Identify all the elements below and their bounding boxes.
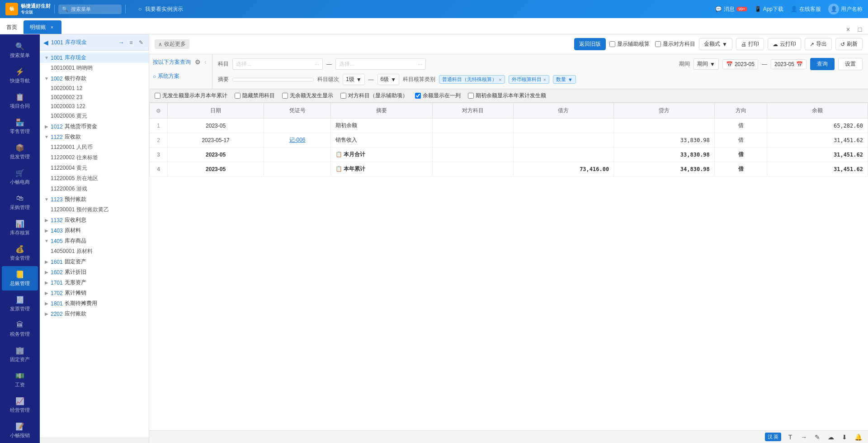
tree-item-11220001[interactable]: 11220001 人民币 [40,142,149,152]
tab-home[interactable]: 首页 [0,20,24,34]
tree-item-14050001[interactable]: 14050001 原材料 [40,246,149,257]
return-old-version-btn[interactable]: 返回旧版 [574,38,606,50]
bottom-bell-btn[interactable]: 🔔 [854,433,863,442]
demo-button[interactable]: 我要看实例演示 [145,5,183,13]
chip-close-foreign[interactable]: × [543,77,546,82]
app-download-button[interactable]: 📱 App下载 [755,5,783,13]
sidebar-item-business[interactable]: 📈 经营管理 [2,393,38,417]
level-start-select[interactable]: 1级 ▼ [343,74,365,85]
chip-close-normal[interactable]: × [499,77,501,82]
tree-item-11220006[interactable]: 11220006 游戏 [40,184,149,194]
period-start-field[interactable]: 📅 2023-05 [722,59,758,69]
subject-start-field[interactable]: 选择... ··· [232,58,323,70]
sidebar-item-retail[interactable]: 🏪 零售管理 [2,114,38,138]
show-aux-checkbox[interactable]: 显示辅助核算 [609,40,650,48]
tree-item-11230001[interactable]: 11230001 预付账款黄乙 [40,205,149,215]
sidebar-item-xiao-report[interactable]: 📝 小畅报销 [2,418,38,443]
sidebar-item-project-contract[interactable]: 📋 项目合同 [2,89,38,113]
sidebar-item-fixed-assets[interactable]: 🏢 固定资产 [2,342,38,367]
bottom-arrow-btn[interactable]: → [799,433,808,442]
period-type-dropdown[interactable]: 期间 ▼ [693,58,719,70]
menu-search[interactable]: 🔍 搜索菜单 [58,5,122,14]
show-contra-checkbox[interactable]: 显示对方科目 [655,40,695,48]
tab-close-button[interactable]: × [49,24,55,30]
tree-item-11220002[interactable]: 11220002 往来标签 [40,152,149,163]
bottom-text-btn[interactable]: T [786,433,795,442]
tree-list-view-btn[interactable]: ≡ [127,38,135,47]
tree-item-2202[interactable]: ▶ 2202 应付账款 [40,309,149,319]
filter-chip-normal[interactable]: 普通科目（无特殊核算） × [439,75,505,84]
data-table-container[interactable]: ⚙ 日期 凭证号 摘要 对方科目 借方 贷方 方向 余额 1 [149,103,868,430]
tree-item-10020003[interactable]: 10020003 122 [40,102,149,111]
sidebar-item-tax[interactable]: 🏛 税务管理 [2,317,38,341]
collapse-more-btn[interactable]: ∧ 收起更多 [155,39,189,49]
export-btn[interactable]: ↗ 导出 [805,38,832,50]
bottom-download-btn[interactable]: ⬇ [840,433,849,442]
tab-close-window-btn[interactable]: × [844,25,853,34]
tree-item-1403[interactable]: ▶ 1403 原材料 [40,225,149,236]
bottom-cloud-btn[interactable]: ☁ [826,433,835,442]
filter-balance-in-one[interactable]: 余额显示在一列 [415,92,461,100]
subject-end-field[interactable]: 选择... ··· [335,58,426,70]
tree-item-1602[interactable]: ▶ 1602 累计折旧 [40,267,149,277]
tab-ledger[interactable]: 明细账 × [24,20,61,34]
refresh-btn[interactable]: ↺ 刷新 [835,38,863,50]
query-settings-btn-2[interactable]: 设置 [838,58,863,70]
query-settings-btn[interactable]: ⚙ [193,58,202,66]
filter-hide-disabled[interactable]: 隐藏禁用科目 [235,92,275,100]
sidebar-item-fund[interactable]: 💰 资金管理 [2,241,38,265]
tree-item-1002[interactable]: ▼ 1002 银行存款 [40,73,149,84]
navigate-arrow[interactable]: → [118,39,124,46]
sidebar-item-general-ledger[interactable]: 📒 总账管理 [2,266,38,291]
tree-item-1122[interactable]: ▼ 1122 应收款 [40,132,149,142]
filter-show-contra[interactable]: 对方科目（显示辅助项） [340,92,408,100]
tab-expand-btn[interactable]: □ [855,25,864,34]
filter-chip-foreign[interactable]: 外币核算科目 × [509,75,549,84]
col-settings[interactable]: ⚙ [150,103,168,119]
tree-item-1405[interactable]: ▼ 1405 库存商品 [40,236,149,246]
tree-item-10010001[interactable]: 10010001 哟哟哟 [40,63,149,73]
sidebar-item-ecommerce[interactable]: 🛒 小畅电商 [2,165,38,189]
tree-item-10020002[interactable]: 10020002 23 [40,93,149,102]
message-button[interactable]: 💬 消息 99+ [715,5,747,13]
tree-item-1012[interactable]: ▶ 1012 其他货币资金 [40,121,149,132]
lang-switch-btn[interactable]: 汉 英 [765,433,781,441]
filter-no-zero[interactable]: 无余额无发生显示 [282,92,333,100]
tree-edit-btn[interactable]: ✎ [137,38,145,47]
user-profile-button[interactable]: 👤 用户名称 [828,4,863,14]
bottom-edit-btn[interactable]: ✎ [813,433,822,442]
sidebar-item-purchase[interactable]: 🛍 采购管理 [2,190,38,214]
level-end-select[interactable]: 6级 ▼ [377,74,400,85]
online-service-button[interactable]: 👤 在线客服 [791,5,821,13]
query-close-btn[interactable]: ‹ [204,58,207,66]
tree-item-10020006[interactable]: 10020006 黄元 [40,111,149,121]
tree-item-1001[interactable]: ▼ 1001 库存现金 [40,52,149,63]
tree-item-1701[interactable]: ▶ 1701 无形资产 [40,277,149,288]
summary-input[interactable] [232,78,314,81]
tree-item-1132[interactable]: ▶ 1132 应收利息 [40,215,149,225]
print-btn[interactable]: 🖨 打印 [736,38,764,50]
amount-format-btn[interactable]: 金额式 ▼ [699,38,732,50]
tree-item-11220005[interactable]: 11220005 所在地区 [40,173,149,184]
tree-item-10020001[interactable]: 10020001 12 [40,84,149,93]
sidebar-item-payroll[interactable]: 💵 工资 [2,367,38,392]
query-execute-btn[interactable]: 查询 [810,58,835,70]
tree-item-11220004[interactable]: 11220004 黄元 [40,163,149,173]
sidebar-item-search-menu[interactable]: 🔍 搜索菜单 [2,38,38,62]
tree-item-1123[interactable]: ▼ 1123 预付账款 [40,194,149,205]
filter-chip-quantity[interactable]: 数量 ▼ [553,75,576,84]
tree-item-1702[interactable]: ▶ 1702 累计摊销 [40,288,149,298]
tree-item-1801[interactable]: ▶ 1801 长期待摊费用 [40,298,149,309]
cloud-print-btn[interactable]: ☁ 云打印 [768,38,801,50]
row-voucher-2[interactable]: 记-006 [264,133,331,148]
system-scheme-btn[interactable]: ○ 系统方案 [153,71,208,82]
table-settings-icon[interactable]: ⚙ [154,108,163,114]
sidebar-item-invoice[interactable]: 🧾 发票管理 [2,291,38,316]
voucher-link-2[interactable]: 记-006 [289,137,306,143]
sidebar-item-inventory[interactable]: 📊 库存核算 [2,215,38,240]
sidebar-item-wholesale[interactable]: 📦 批发管理 [2,139,38,164]
filter-no-occurrence[interactable]: 无发生额显示本月本年累计 [155,92,227,100]
tree-scroll-area[interactable] [40,438,149,443]
sidebar-item-quick-nav[interactable]: ⚡ 快捷导航 [2,63,38,88]
period-end-field[interactable]: 2023-05 📅 [771,59,807,69]
